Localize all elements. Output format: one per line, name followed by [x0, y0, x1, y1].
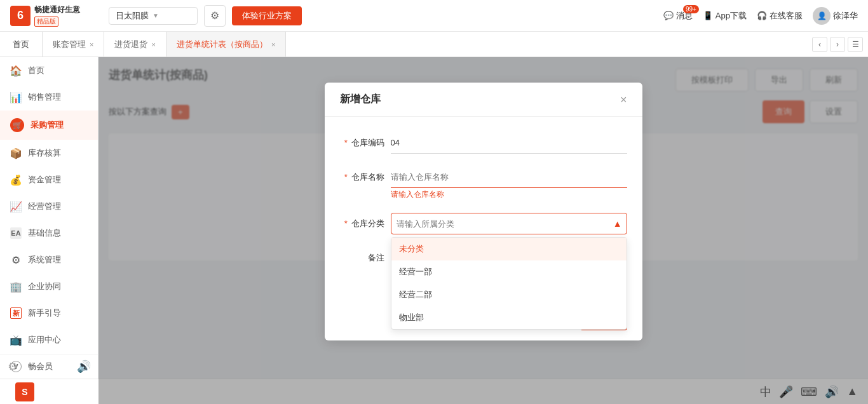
gear-icon: ⚙: [210, 10, 219, 22]
sidebar-sales-label: 销售管理: [28, 91, 61, 103]
settings-button[interactable]: ⚙: [204, 5, 226, 27]
modal-title: 新增仓库: [340, 93, 381, 106]
sidebar-speaker-icon[interactable]: 🔊: [77, 360, 91, 374]
online-service-item[interactable]: 🎧 在线客服: [757, 10, 803, 22]
sidebar-system-label: 系统管理: [28, 254, 61, 266]
tab-accounts[interactable]: 账套管理 ×: [43, 32, 104, 57]
store-arrow-icon: ▼: [153, 12, 159, 19]
operation-icon: 📈: [10, 201, 22, 212]
top-header: 6 畅捷通好生意 精品版 日太阳膜 ▼ ⚙ 体验行业方案 💬 消息 99+ 📱 …: [0, 0, 868, 32]
classify-field-row: * 仓库分类 ▲ 未分类 经营一部 经营二部: [340, 213, 627, 234]
tab-bar: 首页 账套管理 × 进货退货 × 进货单统计表（按商品） × ‹ › ☰: [0, 32, 868, 57]
tab-home[interactable]: 首页: [0, 32, 43, 57]
basic-icon: EA: [10, 227, 22, 239]
tab-purchase-stats[interactable]: 进货单统计表（按商品） ×: [166, 32, 286, 57]
sidebar-operation-label: 经营管理: [28, 201, 61, 212]
s-logo-letter: S: [22, 387, 27, 397]
new-warehouse-modal: 新增仓库 × * 仓库编码 * 仓库名称: [325, 83, 642, 340]
classify-option-dept2-label: 经营二部: [399, 290, 432, 299]
company-sub: 精品版: [34, 17, 58, 27]
modal-close-button[interactable]: ×: [620, 94, 627, 105]
sidebar-bottom: ⚙ 🔊: [0, 354, 98, 379]
note-label: 备注: [340, 247, 391, 264]
sidebar-item-sales[interactable]: 📊 销售管理: [0, 84, 98, 111]
classify-option-dept1-label: 经营一部: [399, 267, 432, 276]
classify-option-dept2[interactable]: 经营二部: [391, 283, 627, 306]
inventory-icon: 📦: [10, 147, 22, 159]
finance-icon: 💰: [10, 174, 22, 185]
classify-label-text: 仓库分类: [351, 219, 384, 228]
sidebar-appcenter-label: 应用中心: [28, 334, 61, 346]
sidebar-item-finance[interactable]: 💰 资金管理: [0, 166, 98, 193]
classify-option-property[interactable]: 物业部: [391, 306, 627, 329]
appcenter-icon: 📺: [10, 334, 22, 346]
tab-prev-button[interactable]: ‹: [812, 37, 827, 52]
sidebar-item-basic[interactable]: EA 基础信息: [0, 220, 98, 246]
purchase-icon: 🛒: [10, 118, 24, 132]
code-input[interactable]: [391, 132, 627, 154]
classify-option-property-label: 物业部: [399, 313, 424, 322]
message-icon: 💬: [663, 11, 674, 20]
code-label-text: 仓库编码: [351, 138, 384, 147]
app-download-item[interactable]: 📱 App下载: [703, 10, 747, 22]
classify-input[interactable]: [391, 213, 627, 234]
user-item[interactable]: 👤 徐泽华: [813, 7, 858, 25]
sidebar-item-enterprise[interactable]: 🏢 企业协同: [0, 273, 98, 300]
home-icon: 🏠: [10, 65, 22, 76]
online-service-label: 在线客服: [770, 10, 803, 22]
tab-purchase-stats-label: 进货单统计表（按商品）: [177, 39, 268, 50]
code-field-row: * 仓库编码: [340, 132, 627, 154]
name-label-text: 仓库名称: [351, 172, 384, 182]
tab-purchase-return-close-icon[interactable]: ×: [151, 41, 155, 48]
avatar: 👤: [813, 7, 831, 25]
user-icon: 👤: [817, 11, 827, 20]
system-icon: ⚙: [10, 254, 22, 266]
name-input[interactable]: [391, 166, 627, 188]
classify-option-unclassified[interactable]: 未分类: [391, 238, 627, 260]
sidebar-item-home[interactable]: 🏠 首页: [0, 57, 98, 84]
tab-menu-button[interactable]: ☰: [848, 37, 863, 52]
sidebar-item-inventory[interactable]: 📦 库存核算: [0, 140, 98, 166]
header-mid: 日太阳膜 ▼ ⚙ 体验行业方案: [109, 5, 663, 27]
tab-next-button[interactable]: ›: [830, 37, 845, 52]
tab-accounts-label: 账套管理: [53, 39, 86, 50]
tab-purchase-stats-close-icon[interactable]: ×: [271, 41, 275, 48]
company-name: 畅捷通好生意: [34, 4, 80, 15]
notifications-item[interactable]: 💬 消息 99+: [663, 10, 693, 22]
sidebar-enterprise-label: 企业协同: [28, 281, 61, 292]
trial-button[interactable]: 体验行业方案: [232, 6, 302, 25]
classify-label: * 仓库分类: [340, 213, 391, 229]
store-selector[interactable]: 日太阳膜 ▼: [109, 7, 198, 25]
sidebar: 🏠 首页 📊 销售管理 🛒 采购管理 📦 库存核算 💰 资金管理 📈 经营管理 …: [0, 57, 98, 404]
tab-purchase-return-label: 进货退货: [114, 39, 147, 50]
sidebar-settings-icon[interactable]: ⚙: [8, 360, 18, 374]
mobile-icon: 📱: [703, 11, 713, 20]
logo-area: 6 畅捷通好生意 精品版: [10, 4, 109, 27]
code-label: * 仓库编码: [340, 132, 391, 149]
header-right: 💬 消息 99+ 📱 App下载 🎧 在线客服 👤 徐泽华: [663, 7, 858, 25]
modal-body: * 仓库编码 * 仓库名称 请输入仓库名称: [325, 117, 642, 299]
guide-icon: 新: [10, 307, 22, 319]
enterprise-icon: 🏢: [10, 281, 22, 292]
tab-accounts-close-icon[interactable]: ×: [90, 41, 93, 48]
classify-control-wrap: ▲ 未分类 经营一部 经营二部 物业部: [391, 213, 627, 234]
tab-controls: ‹ › ☰: [807, 32, 868, 57]
sidebar-item-guide[interactable]: 新 新手引导: [0, 300, 98, 327]
sidebar-basic-label: 基础信息: [28, 227, 61, 239]
classify-option-dept1[interactable]: 经营一部: [391, 260, 627, 283]
sidebar-item-system[interactable]: ⚙ 系统管理: [0, 246, 98, 273]
app-download-label: App下载: [715, 10, 747, 22]
sidebar-item-purchase[interactable]: 🛒 采购管理: [0, 111, 98, 140]
tab-purchase-return[interactable]: 进货退货 ×: [104, 32, 166, 57]
name-required-star: *: [344, 172, 348, 182]
sidebar-item-appcenter[interactable]: 📺 应用中心: [0, 327, 98, 353]
sidebar-item-operation[interactable]: 📈 经营管理: [0, 193, 98, 220]
modal-header: 新增仓库 ×: [325, 83, 642, 117]
note-label-text: 备注: [368, 253, 384, 262]
code-control-wrap: [391, 132, 627, 154]
sidebar-guide-label: 新手引导: [28, 307, 61, 319]
name-error-msg: 请输入仓库名称: [391, 189, 627, 200]
classify-dropdown: 未分类 经营一部 经营二部 物业部: [391, 237, 627, 330]
sidebar-finance-label: 资金管理: [28, 174, 61, 185]
s-logo-icon: S: [15, 382, 34, 401]
